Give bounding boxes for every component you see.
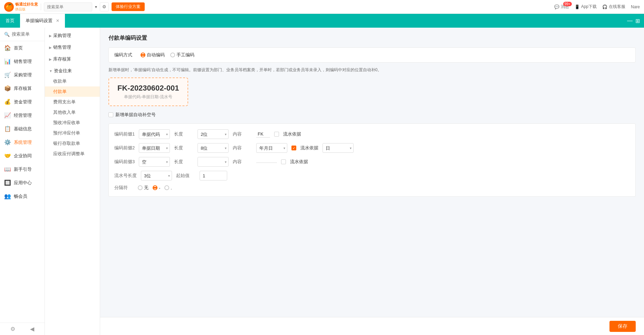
tab-bar-right: — ⊞ xyxy=(627,18,644,24)
prefix2-label: 编码前缀2 xyxy=(114,145,135,151)
search-input[interactable] xyxy=(44,2,92,11)
prefix2-length-select[interactable]: 8位 xyxy=(198,143,229,153)
separator-none-radio[interactable]: 无 xyxy=(138,185,148,191)
prefix1-length-select[interactable]: 2位 xyxy=(198,129,229,139)
sidebar-item-home[interactable]: 🏠 首页 xyxy=(0,41,45,55)
main-layout: 🔍 搜索菜单 🏠 首页 📊 销售管理 🛒 采购管理 📦 库存核算 💰 资金管理 … xyxy=(0,28,644,335)
prefix1-length-wrapper[interactable]: 2位 xyxy=(198,129,229,139)
prefix1-waterfall-checkbox[interactable] xyxy=(274,132,279,137)
prefix3-length-select[interactable] xyxy=(198,157,229,167)
sub-group-purchase-arrow: ▶ xyxy=(49,34,52,38)
sub-item-advance-payable[interactable]: 预付冲应付单 xyxy=(45,128,100,138)
prefix2-waterfall-checkbox[interactable]: ✓ xyxy=(291,146,296,150)
sub-item-payment[interactable]: 付款单 xyxy=(45,86,100,97)
menu-dropdown-btn[interactable]: ▾ xyxy=(95,4,97,9)
experience-btn[interactable]: 体验行业方案 xyxy=(112,2,145,11)
finance-icon: 💰 xyxy=(4,99,11,105)
header-divider xyxy=(41,3,41,10)
sidebar-collapse-icon[interactable]: ◀ xyxy=(30,326,34,332)
prefix2-length-wrapper[interactable]: 8位 xyxy=(198,143,229,153)
header-left: 🍊 畅通过好生意 拼品版 ▾ ⚙ 体验行业方案 xyxy=(4,2,145,12)
sub-item-receipt[interactable]: 收款单 xyxy=(45,76,100,86)
serial-length-select[interactable]: 3位 xyxy=(141,171,172,180)
sub-group-purchase-header[interactable]: ▶ 采购管理 xyxy=(45,30,100,41)
radio-auto-encoding[interactable]: 自动编码 xyxy=(141,52,165,58)
tab-maximize-icon[interactable]: ⊞ xyxy=(635,18,640,24)
enterprise-icon: 🤝 xyxy=(4,152,11,159)
settings-btn[interactable]: ⚙ xyxy=(100,2,109,11)
sidebar-item-enterprise[interactable]: 🤝 企业协同 xyxy=(0,149,45,162)
prefix1-select-wrapper[interactable]: 单据代码 xyxy=(139,129,170,139)
prefix2-waterfall-unit-wrapper[interactable]: 日 xyxy=(323,143,354,153)
prefix3-select-wrapper[interactable]: 空 xyxy=(139,157,170,167)
auto-fill-checkbox[interactable] xyxy=(108,112,113,117)
online-service-btn[interactable]: 🎧 在线客服 xyxy=(602,4,625,10)
prefix3-length-wrapper[interactable] xyxy=(198,157,229,167)
sub-group-sales: ▶ 销售管理 xyxy=(45,42,100,53)
save-button[interactable]: 保存 xyxy=(609,321,636,332)
serial-start-input[interactable] xyxy=(200,171,227,180)
sub-group-sales-header[interactable]: ▶ 销售管理 xyxy=(45,42,100,53)
code-preview-sub: 单据代码-单据日期-流水号 xyxy=(124,94,172,100)
sub-item-other-income[interactable]: 其他收入单 xyxy=(45,107,100,118)
serial-row: 流水号长度 3位 起始值 xyxy=(114,171,630,180)
prefix2-select-wrapper[interactable]: 单据日期 xyxy=(139,143,170,153)
sub-item-bank-deposit[interactable]: 银行存取款单 xyxy=(45,138,100,149)
sidebar-search-btn[interactable]: 🔍 搜索菜单 xyxy=(0,28,45,41)
sub-group-finance-header[interactable]: ▼ 资金往来 xyxy=(45,66,100,76)
radio-manual-encoding[interactable]: 手工编码 xyxy=(170,52,194,58)
sidebar-item-system[interactable]: ⚙️ 系统管理 xyxy=(0,136,45,149)
sidebar-item-operations[interactable]: 📈 经营管理 xyxy=(0,109,45,122)
sub-group-sales-arrow: ▶ xyxy=(49,46,52,49)
sub-item-expense[interactable]: 费用支出单 xyxy=(45,97,100,107)
prefix2-waterfall-unit-select[interactable]: 日 xyxy=(323,143,354,153)
sidebar-item-purchase[interactable]: 🛒 采购管理 xyxy=(0,68,45,82)
prefix3-waterfall-checkbox[interactable] xyxy=(281,159,286,164)
separator-none-circle xyxy=(138,185,143,190)
sidebar: 🔍 搜索菜单 🏠 首页 📊 销售管理 🛒 采购管理 📦 库存核算 💰 资金管理 … xyxy=(0,28,45,335)
prefix2-waterfall-label: 流水依据 xyxy=(300,145,318,151)
sidebar-settings-icon[interactable]: ⚙ xyxy=(10,326,15,332)
prefix3-label: 编码前缀3 xyxy=(114,159,135,165)
tab-encoding[interactable]: 单据编码设置 ✕ xyxy=(20,14,65,28)
separator-dash-radio[interactable]: - xyxy=(153,185,160,190)
messages-btn[interactable]: 💬 消息 99+ xyxy=(554,4,569,10)
separator-row: 分隔符 无 - . xyxy=(114,185,630,191)
tab-close-icon[interactable]: ✕ xyxy=(56,18,59,23)
inventory-icon: 📦 xyxy=(4,85,11,92)
prefix1-label: 编码前缀1 xyxy=(114,131,135,137)
info-text: 新增单据时，'单据编码'自动生成，不可编辑。前缀设置为部门、业务员等档案类，开单… xyxy=(108,67,636,73)
separator-dot-radio[interactable]: . xyxy=(164,185,172,190)
prefix1-content-value: FK xyxy=(256,131,270,138)
sidebar-item-newguide[interactable]: 📖 新手引导 xyxy=(0,162,45,176)
prefix3-select[interactable]: 空 xyxy=(139,157,170,167)
sidebar-item-appcenter[interactable]: 🔲 应用中心 xyxy=(0,176,45,189)
serial-length-wrapper[interactable]: 3位 xyxy=(141,171,172,180)
sidebar-item-member[interactable]: 👥 畅会员 xyxy=(0,189,45,203)
prefix2-content-select[interactable]: 年月日 xyxy=(256,143,287,153)
sub-group-inventory-header[interactable]: ▶ 库存核算 xyxy=(45,54,100,64)
top-header: 🍊 畅通过好生意 拼品版 ▾ ⚙ 体验行业方案 💬 消息 99+ 📱 App下载… xyxy=(0,0,644,14)
sub-item-advance-receivable[interactable]: 预收冲应收单 xyxy=(45,118,100,128)
prefix1-content-label: 内容 xyxy=(233,131,252,137)
prefix3-waterfall-label: 流水依据 xyxy=(290,159,308,165)
member-icon: 👥 xyxy=(4,193,11,199)
sidebar-item-basic[interactable]: 📋 基础信息 xyxy=(0,122,45,136)
prefix1-select[interactable]: 单据代码 xyxy=(139,129,170,139)
prefix2-content-wrapper[interactable]: 年月日 xyxy=(256,143,287,153)
sub-item-receivable-adj[interactable]: 应收应付调整单 xyxy=(45,149,100,159)
logo-area: 🍊 畅通过好生意 拼品版 xyxy=(4,2,38,12)
logo-text: 畅通过好生意 拼品版 xyxy=(15,2,38,12)
auto-fill-label: 新增单据自动补空号 xyxy=(115,112,156,118)
sidebar-item-inventory[interactable]: 📦 库存核算 xyxy=(0,82,45,95)
sidebar-item-sales[interactable]: 📊 销售管理 xyxy=(0,55,45,68)
user-avatar[interactable]: Nare xyxy=(631,4,640,9)
tab-home[interactable]: 首页 xyxy=(0,14,20,28)
app-download-btn[interactable]: 📱 App下载 xyxy=(575,4,597,10)
code-preview-main: FK-20230602-001 xyxy=(117,84,179,93)
prefix2-select[interactable]: 单据日期 xyxy=(139,143,170,153)
messages-badge: 99+ xyxy=(563,2,572,6)
encoding-radio-group: 自动编码 手工编码 xyxy=(141,52,194,58)
sidebar-item-finance[interactable]: 💰 资金管理 xyxy=(0,95,45,109)
tab-minimize-icon[interactable]: — xyxy=(627,18,633,24)
